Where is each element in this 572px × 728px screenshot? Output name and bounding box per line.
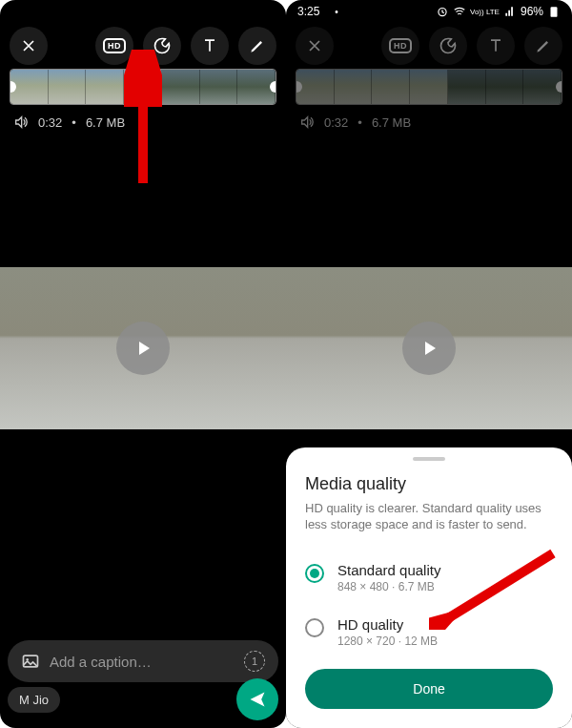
close-icon xyxy=(305,36,324,55)
sheet-subtitle: HD quality is clearer. Standard quality … xyxy=(305,500,553,533)
video-duration: 0:32 xyxy=(324,115,348,130)
sheet-grabber[interactable] xyxy=(413,457,445,461)
alarm-icon xyxy=(436,5,449,18)
sticker-icon xyxy=(153,36,172,55)
option-standard-quality[interactable]: Standard quality 848 × 480 · 6.7 MB xyxy=(305,551,553,605)
text-icon xyxy=(486,36,505,55)
sticker-button[interactable] xyxy=(143,27,181,65)
radio-icon xyxy=(305,564,324,583)
svg-rect-6 xyxy=(551,7,558,16)
status-bar: 3:25 • Vo)) LTE 96% xyxy=(286,0,572,23)
play-icon xyxy=(418,337,440,360)
done-button[interactable]: Done xyxy=(305,669,553,709)
pencil-icon xyxy=(248,36,267,55)
close-button[interactable] xyxy=(10,27,48,65)
signal-icon xyxy=(503,5,517,18)
option-hd-quality[interactable]: HD quality 1280 × 720 · 12 MB xyxy=(305,605,553,659)
status-bar xyxy=(0,0,286,23)
media-quality-sheet: Media quality HD quality is clearer. Sta… xyxy=(286,447,572,728)
text-button[interactable] xyxy=(191,27,229,65)
sheet-title: Media quality xyxy=(305,474,553,494)
hd-button[interactable]: HD xyxy=(95,27,133,65)
screenshot-left: HD 0:32 • 6.7 MB Add a caption… 1 xyxy=(0,0,286,728)
volume-icon[interactable] xyxy=(13,114,29,130)
play-button[interactable] xyxy=(402,322,456,375)
sticker-button[interactable] xyxy=(429,27,467,65)
close-icon xyxy=(19,36,38,55)
video-trim-timeline[interactable] xyxy=(10,69,276,105)
video-preview[interactable] xyxy=(0,267,286,429)
wifi-icon xyxy=(453,5,466,18)
caption-bar: Add a caption… 1 xyxy=(8,640,278,682)
recipient-chip[interactable]: M Jio xyxy=(8,687,60,713)
video-preview[interactable] xyxy=(286,267,572,429)
option-meta: 848 × 480 · 6.7 MB xyxy=(337,580,440,593)
radio-icon xyxy=(305,618,324,637)
option-meta: 1280 × 720 · 12 MB xyxy=(337,634,438,648)
trim-handle-end[interactable] xyxy=(556,81,562,93)
recipient-row: M Jio xyxy=(8,678,278,720)
trim-handle-end[interactable] xyxy=(270,81,276,93)
editor-toolbar: HD xyxy=(286,23,572,69)
draw-button[interactable] xyxy=(524,27,562,65)
battery-icon xyxy=(547,5,561,18)
send-icon xyxy=(248,690,267,709)
option-label: Standard quality xyxy=(337,562,440,578)
view-once-icon[interactable]: 1 xyxy=(244,651,265,672)
play-button[interactable] xyxy=(116,322,170,375)
hd-button[interactable]: HD xyxy=(381,27,419,65)
video-trim-timeline[interactable] xyxy=(296,69,562,105)
caption-input[interactable]: Add a caption… 1 xyxy=(8,640,278,682)
status-time: 3:25 xyxy=(297,5,319,18)
video-info: 0:32 • 6.7 MB xyxy=(286,111,572,134)
battery-text: 96% xyxy=(521,5,543,18)
screenshot-right: 3:25 • Vo)) LTE 96% HD xyxy=(286,0,572,728)
volume-icon[interactable] xyxy=(299,114,315,130)
play-icon xyxy=(132,337,154,360)
hd-icon: HD xyxy=(389,38,412,53)
sticker-icon xyxy=(439,36,458,55)
text-icon xyxy=(200,36,219,55)
pencil-icon xyxy=(534,36,553,55)
hd-icon: HD xyxy=(103,38,126,53)
close-button[interactable] xyxy=(296,27,334,65)
gallery-icon[interactable] xyxy=(21,652,40,671)
send-button[interactable] xyxy=(236,678,278,720)
draw-button[interactable] xyxy=(238,27,276,65)
video-info: 0:32 • 6.7 MB xyxy=(0,111,286,134)
caption-placeholder: Add a caption… xyxy=(50,654,152,670)
option-label: HD quality xyxy=(337,616,438,633)
video-duration: 0:32 xyxy=(38,115,62,130)
text-button[interactable] xyxy=(477,27,515,65)
video-size: 6.7 MB xyxy=(372,115,411,130)
editor-toolbar: HD xyxy=(0,23,286,69)
video-size: 6.7 MB xyxy=(86,115,125,130)
